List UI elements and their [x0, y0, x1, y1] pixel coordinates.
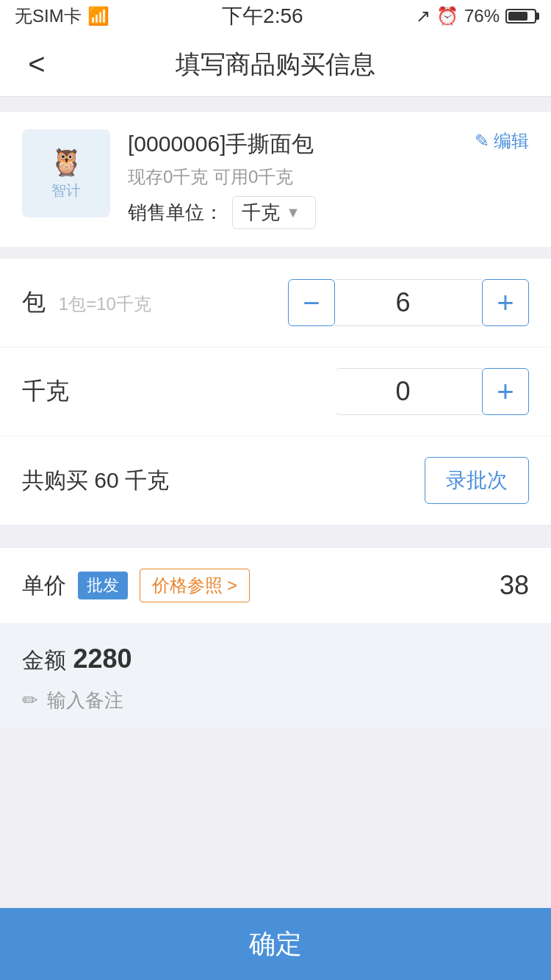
edit-label: 编辑 [494, 129, 529, 153]
chevron-right-icon: > [227, 575, 237, 596]
bao-quantity-row: 包 1包=10千克 − + [0, 259, 551, 347]
status-left: 无SIM卡 📶 [15, 4, 109, 28]
product-thumbnail: 🦉 智计 [22, 129, 110, 217]
batch-button[interactable]: 录批次 [425, 457, 529, 504]
price-label: 单价 [22, 571, 66, 601]
back-button[interactable]: < [15, 43, 59, 87]
bao-unit-hint: 1包=10千克 [59, 294, 151, 314]
edit-icon: ✎ [475, 131, 489, 151]
section-divider-2 [0, 525, 551, 536]
kg-unit-name: 千克 [22, 378, 69, 404]
location-icon: ↗ [416, 6, 431, 26]
status-bar: 无SIM卡 📶 下午2:56 ↗ ⏰ 76% [0, 0, 551, 32]
battery-label: 76% [464, 6, 500, 26]
product-info: [0000006]手撕面包 现存0千克 可用0千克 销售单位： 千克 ▼ [128, 129, 529, 229]
bao-unit-name: 包 [22, 289, 46, 315]
chevron-down-icon: ▼ [286, 204, 300, 221]
price-section: 单价 批发 价格参照 > 38 [0, 548, 551, 623]
amount-value: 2280 [73, 644, 132, 674]
bao-decrement-button[interactable]: − [288, 279, 335, 326]
kg-label: 千克 [22, 375, 335, 408]
amount-label: 金额 [22, 648, 66, 672]
price-row: 单价 批发 价格参照 > 38 [22, 569, 529, 602]
status-time: 下午2:56 [222, 2, 303, 30]
price-ref-label: 价格参照 [152, 574, 223, 597]
battery-icon [505, 9, 536, 24]
bao-label: 包 1包=10千克 [22, 287, 288, 319]
product-owl-icon: 🦉 [50, 147, 83, 178]
alarm-icon: ⏰ [436, 6, 458, 26]
kg-quantity-row: 千克 + [0, 347, 551, 436]
nav-bar: < 填写商品购买信息 [0, 32, 551, 97]
product-card: 🦉 智计 [0000006]手撕面包 现存0千克 可用0千克 销售单位： 千克 … [0, 112, 551, 247]
product-name: [0000006]手撕面包 [128, 129, 529, 159]
confirm-button[interactable]: 确定 [0, 908, 551, 980]
product-stock: 现存0千克 可用0千克 [128, 165, 529, 189]
price-type-tag: 批发 [78, 572, 128, 599]
total-label: 共购买 [22, 468, 94, 492]
wifi-icon: 📶 [87, 6, 109, 26]
remark-row[interactable]: ✏ 输入备注 [22, 688, 529, 713]
price-value: 38 [500, 570, 529, 601]
unit-label: 销售单位： [128, 200, 223, 226]
carrier-label: 无SIM卡 [15, 4, 82, 28]
total-summary: 共购买 60 千克 [22, 466, 169, 496]
amount-section: 金额 2280 ✏ 输入备注 [0, 623, 551, 728]
product-unit-row: 销售单位： 千克 ▼ [128, 196, 529, 229]
status-right: ↗ ⏰ 76% [416, 6, 536, 26]
total-row: 共购买 60 千克 录批次 [0, 436, 551, 525]
total-value: 60 [94, 468, 118, 492]
total-unit: 千克 [125, 468, 169, 492]
edit-button[interactable]: ✎ 编辑 [475, 129, 529, 153]
price-reference-button[interactable]: 价格参照 > [140, 569, 250, 602]
section-divider-1 [0, 247, 551, 259]
kg-quantity-input[interactable] [335, 368, 482, 415]
kg-quantity-control: + [335, 368, 529, 415]
bao-quantity-control: − + [288, 279, 529, 326]
bao-increment-button[interactable]: + [482, 279, 529, 326]
pencil-icon: ✏ [22, 689, 38, 712]
bao-quantity-input[interactable] [335, 279, 482, 326]
remark-placeholder: 输入备注 [47, 688, 123, 713]
unit-value: 千克 [242, 200, 280, 226]
quantity-section: 包 1包=10千克 − + 千克 + [0, 259, 551, 436]
page-title: 填写商品购买信息 [176, 48, 375, 82]
product-thumb-label: 智计 [51, 181, 81, 201]
amount-row: 金额 2280 [22, 644, 529, 676]
unit-selector[interactable]: 千克 ▼ [232, 196, 316, 229]
kg-increment-button[interactable]: + [482, 368, 529, 415]
